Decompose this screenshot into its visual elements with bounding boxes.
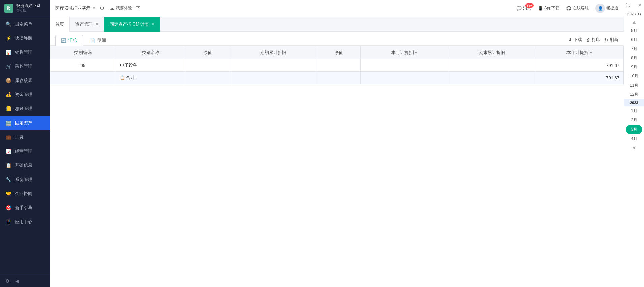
print-button[interactable]: 🖨 打印: [586, 37, 601, 43]
subtotal-net: [317, 72, 361, 84]
topbar-right: 💬 消息 99+ 📱 App下载 🎧 在线客服 👤 畅捷通: [517, 4, 618, 13]
right-panel: ✕ ⛶ 2023.03 ▲ 5月 6月 7月 8月 9月 10月 11月 12月…: [624, 0, 644, 287]
sidebar-bottom: ⚙ ◀: [0, 275, 50, 287]
month-nav-down[interactable]: ▼: [624, 144, 644, 152]
sidebar-item-inventory[interactable]: 📦 库存核算: [0, 73, 50, 88]
sidebar-item-app-center[interactable]: 📱 应用中心: [0, 215, 50, 229]
sidebar-item-enterprise[interactable]: 🤝 企业协同: [0, 187, 50, 201]
online-service-button[interactable]: 🎧 在线客服: [566, 5, 589, 11]
subtab-summary[interactable]: 🔄 汇总: [55, 35, 83, 46]
tab-asset-mgmt[interactable]: 资产管理 ✕: [70, 17, 104, 32]
sidebar-item-label: 经营管理: [15, 148, 32, 154]
sidebar-item-operations[interactable]: 📈 经营管理: [0, 144, 50, 158]
subtab-detail[interactable]: 📄 明细: [84, 35, 112, 45]
quicknav-icon: ⚡: [5, 35, 11, 41]
sidebar-item-label: 系统管理: [15, 177, 32, 183]
tab-home[interactable]: 首页: [50, 17, 70, 32]
collapse-sidebar-icon[interactable]: ◀: [15, 278, 19, 284]
message-badge: 99+: [525, 3, 534, 8]
month-item-9[interactable]: 9月: [624, 63, 644, 72]
sidebar-item-funds[interactable]: 💰 资金管理: [0, 88, 50, 102]
refresh-label: 刷新: [610, 37, 618, 43]
cell-closing-acc-dep: [448, 59, 536, 72]
company-selector[interactable]: 医疗器械行业演示 ▼: [55, 5, 96, 11]
panel-expand-button[interactable]: ⛶: [626, 3, 630, 7]
col-closing-acc-dep: 期末累计折旧: [448, 46, 536, 59]
panel-close-button[interactable]: ✕: [638, 3, 642, 8]
col-net: 净值: [317, 46, 361, 59]
topbar: 医疗器械行业演示 ▼ ⚙ ☁ 我要体验一下 💬 消息 99+ 📱 App下载 🎧…: [50, 0, 624, 17]
col-opening-acc-dep: 期初累计折旧: [229, 46, 317, 59]
detail-icon: 📄: [90, 38, 95, 43]
tabbar: 首页 资产管理 ✕ 固定资产折旧统计表 ✕: [50, 17, 624, 32]
main-area: 医疗器械行业演示 ▼ ⚙ ☁ 我要体验一下 💬 消息 99+ 📱 App下载 🎧…: [50, 0, 624, 287]
sidebar-item-quick-nav[interactable]: ⚡ 快捷导航: [0, 31, 50, 45]
month-item-11[interactable]: 11月: [624, 81, 644, 90]
cell-opening-acc-dep: [229, 59, 317, 72]
month-list: ▲ 5月 6月 7月 8月 9月 10月 11月 12月 2023 1月 2月 …: [624, 18, 644, 152]
month-item-8[interactable]: 8月: [624, 54, 644, 63]
month-item-6[interactable]: 6月: [624, 35, 644, 44]
month-item-7[interactable]: 7月: [624, 44, 644, 54]
month-item-4[interactable]: 4月: [624, 134, 644, 144]
month-item-5[interactable]: 5月: [624, 26, 644, 35]
refresh-icon: ↻: [605, 37, 608, 42]
col-annual-dep: 本年计提折旧: [536, 46, 623, 59]
sidebar-item-label: 工资: [15, 134, 24, 140]
logo-text: 畅捷通好业财: [16, 3, 40, 9]
subtotal-opening-acc-dep: [229, 72, 317, 84]
sidebar-item-purchase[interactable]: 🛒 采购管理: [0, 59, 50, 73]
subtotal-annual-dep: 791.67: [536, 72, 623, 84]
sidebar-item-ledger[interactable]: 📒 总账管理: [0, 102, 50, 116]
user-profile[interactable]: 👤 畅捷通: [595, 4, 618, 13]
topbar-gear-icon[interactable]: ⚙: [100, 5, 104, 11]
print-label: 打印: [592, 37, 601, 43]
toolbar: ⬇ 下载 🖨 打印 ↻ 刷新: [568, 34, 618, 45]
year-2023-label: 2023: [624, 99, 644, 106]
message-icon: 💬: [517, 6, 522, 11]
sidebar-item-sales[interactable]: 📊 销售管理: [0, 45, 50, 59]
sidebar-item-payroll[interactable]: 💼 工资: [0, 130, 50, 144]
sidebar-logo: 财 畅捷通好业财 普及版: [0, 0, 50, 17]
download-icon: ⬇: [568, 37, 572, 42]
sidebar-item-label: 新手引导: [15, 205, 32, 211]
sidebar: 财 畅捷通好业财 普及版 🔍 搜索菜单 ⚡ 快捷导航 📊 销售管理 🛒 采购管理…: [0, 0, 50, 287]
service-label: 在线客服: [573, 5, 589, 11]
download-label: 下载: [573, 37, 582, 43]
sidebar-item-fixed-assets[interactable]: 🏢 固定资产: [0, 116, 50, 130]
depreciation-table: 类别编码 类别名称 原值 期初累计折旧 净值 本月计提折旧 期末累计折旧 本年计…: [50, 46, 624, 84]
app-center-icon: 📱: [5, 219, 11, 225]
month-nav-up[interactable]: ▲: [624, 18, 644, 26]
sidebar-item-label: 搜索菜单: [15, 21, 32, 27]
enterprise-icon: 🤝: [5, 191, 11, 197]
company-name: 医疗器械行业演示: [55, 5, 90, 11]
app-download-button[interactable]: 📱 App下载: [538, 5, 559, 11]
sidebar-item-search[interactable]: 🔍 搜索菜单: [0, 17, 50, 31]
download-button[interactable]: ⬇ 下载: [568, 37, 582, 43]
subtotal-original: [186, 72, 229, 84]
month-item-10[interactable]: 10月: [624, 72, 644, 81]
sidebar-item-label: 固定资产: [15, 120, 32, 126]
inventory-icon: 📦: [5, 77, 11, 84]
sidebar-item-label: 企业协同: [15, 191, 32, 197]
purchase-icon: 🛒: [5, 63, 11, 69]
sidebar-item-guide[interactable]: 🎯 新手引导: [0, 201, 50, 215]
refresh-button[interactable]: ↻ 刷新: [605, 37, 618, 43]
month-item-2[interactable]: 2月: [624, 116, 644, 125]
message-button[interactable]: 💬 消息 99+: [517, 5, 531, 11]
sidebar-item-system[interactable]: 🔧 系统管理: [0, 172, 50, 187]
tab-depreciation-close-icon[interactable]: ✕: [152, 22, 155, 26]
settings-icon[interactable]: ⚙: [5, 278, 10, 284]
cell-annual-dep: 791.67: [536, 59, 623, 72]
app-download-icon: 📱: [538, 6, 543, 11]
month-item-12[interactable]: 12月: [624, 90, 644, 99]
tab-asset-mgmt-close-icon[interactable]: ✕: [95, 22, 98, 26]
sidebar-item-basic-info[interactable]: 📋 基础信息: [0, 158, 50, 172]
table-wrapper: 类别编码 类别名称 原值 期初累计折旧 净值 本月计提折旧 期末累计折旧 本年计…: [50, 46, 624, 287]
month-item-3-selected[interactable]: 3月: [626, 125, 642, 134]
funds-icon: 💰: [5, 92, 11, 98]
month-item-1[interactable]: 1月: [624, 106, 644, 116]
experience-button[interactable]: ☁ 我要体验一下: [110, 5, 140, 11]
tab-depreciation[interactable]: 固定资产折旧统计表 ✕: [104, 17, 160, 32]
col-code: 类别编码: [50, 46, 116, 59]
